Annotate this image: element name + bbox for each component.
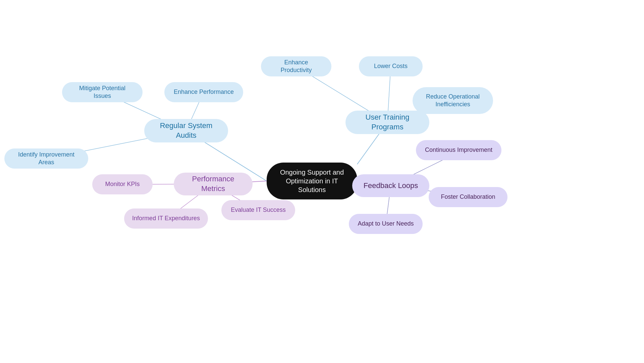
node-performance-metrics: Performance Metrics bbox=[174, 173, 253, 195]
label-enhance-performance: Enhance Performance bbox=[174, 88, 234, 96]
label-informed: Informed IT Expenditures bbox=[132, 215, 200, 222]
label-monitor-kpis: Monitor KPIs bbox=[105, 180, 140, 188]
label-performance-metrics: Performance Metrics bbox=[182, 174, 245, 193]
node-adapt-to-user-needs: Adapt to User Needs bbox=[349, 214, 423, 234]
node-user-training-programs: User Training Programs bbox=[345, 111, 429, 134]
node-identify-improvement-areas: Identify Improvement Areas bbox=[4, 148, 88, 169]
label-identify: Identify Improvement Areas bbox=[12, 151, 80, 167]
center-node: Ongoing Support and Optimization in IT S… bbox=[267, 163, 357, 199]
node-foster-collaboration: Foster Collaboration bbox=[429, 187, 507, 207]
label-feedback-loops: Feedback Loops bbox=[364, 181, 418, 191]
label-reduce-ops: Reduce Operational Inefficiencies bbox=[426, 93, 480, 109]
label-lower-costs: Lower Costs bbox=[374, 62, 408, 70]
label-evaluate: Evaluate IT Success bbox=[231, 206, 286, 214]
node-enhance-performance: Enhance Performance bbox=[164, 82, 243, 102]
node-regular-system-audits: Regular System Audits bbox=[144, 119, 228, 142]
label-continuous: Continuous Improvement bbox=[425, 146, 492, 154]
node-reduce-operational-inefficiencies: Reduce Operational Inefficiencies bbox=[413, 87, 493, 114]
label-adapt: Adapt to User Needs bbox=[358, 220, 414, 228]
node-enhance-productivity: Enhance Productivity bbox=[261, 56, 331, 76]
label-user-training: User Training Programs bbox=[354, 113, 421, 132]
label-foster: Foster Collaboration bbox=[441, 193, 495, 201]
center-label: Ongoing Support and Optimization in IT S… bbox=[275, 168, 349, 194]
node-lower-costs: Lower Costs bbox=[359, 56, 423, 76]
node-continuous-improvement: Continuous Improvement bbox=[416, 140, 501, 160]
node-informed-it-expenditures: Informed IT Expenditures bbox=[124, 208, 208, 229]
node-monitor-kpis: Monitor KPIs bbox=[92, 174, 153, 194]
node-feedback-loops: Feedback Loops bbox=[352, 174, 429, 197]
node-evaluate-it-success: Evaluate IT Success bbox=[221, 200, 295, 220]
label-regular-system-audits: Regular System Audits bbox=[152, 121, 220, 140]
label-enhance-productivity: Enhance Productivity bbox=[269, 59, 323, 74]
label-mitigate: Mitigate Potential Issues bbox=[70, 84, 135, 100]
node-mitigate-potential-issues: Mitigate Potential Issues bbox=[62, 82, 143, 102]
